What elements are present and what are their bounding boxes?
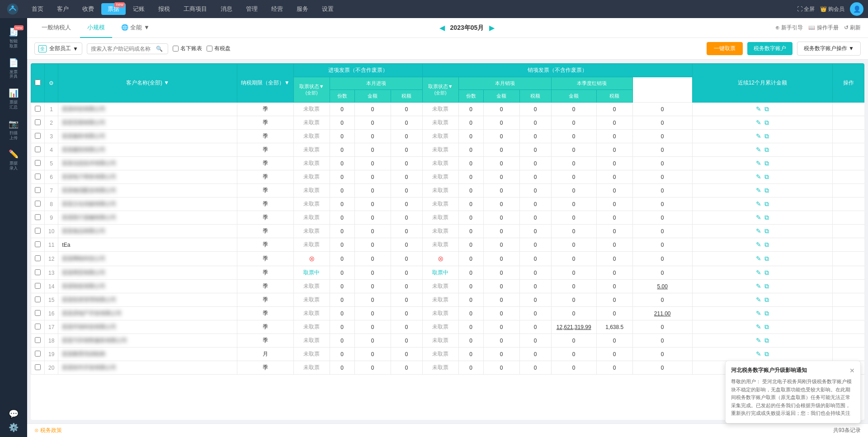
row-checkbox[interactable]: [31, 116, 45, 130]
digital-operate-btn[interactable]: 税务数字账户操作 ▼: [797, 42, 861, 56]
row-checkbox[interactable]: [31, 266, 45, 280]
sidebar-item-smart-ticket[interactable]: 🧾 智能取票 new: [0, 23, 27, 53]
one-click-btn[interactable]: 一键取票: [707, 42, 743, 55]
row-checkbox[interactable]: [31, 320, 45, 334]
edit-icon[interactable]: ✎: [756, 200, 761, 207]
th-tax-period[interactable]: 纳税期限（全部）▼: [237, 64, 293, 103]
nav-fee[interactable]: 收费: [76, 3, 100, 15]
nav-manage[interactable]: 管理: [240, 3, 264, 15]
copy-icon[interactable]: ⧉: [764, 269, 769, 276]
copy-icon[interactable]: ⧉: [764, 187, 769, 194]
copy-icon[interactable]: ⧉: [764, 146, 769, 153]
th-settings[interactable]: ⚙: [45, 64, 58, 103]
sidebar-chat-icon[interactable]: 💬: [9, 409, 19, 419]
nav-settings[interactable]: 设置: [316, 3, 340, 15]
copy-icon[interactable]: ⧉: [764, 350, 769, 357]
row-checkbox[interactable]: [31, 280, 45, 293]
edit-icon[interactable]: ✎: [756, 282, 761, 290]
edit-icon[interactable]: ✎: [756, 337, 761, 344]
edit-icon[interactable]: ✎: [756, 296, 761, 303]
nav-tax[interactable]: 报税: [152, 3, 176, 15]
copy-icon[interactable]: ⧉: [764, 200, 769, 207]
copy-icon[interactable]: ⧉: [764, 160, 769, 167]
copy-icon[interactable]: ⧉: [764, 241, 769, 248]
nav-home[interactable]: 首页: [25, 3, 50, 15]
th-in-status[interactable]: 取票状态▼(全部): [293, 77, 330, 103]
copy-icon[interactable]: ⧉: [764, 173, 769, 180]
copy-icon[interactable]: ⧉: [764, 132, 769, 140]
member-btn[interactable]: 👑 购会员: [820, 5, 844, 13]
edit-icon[interactable]: ✎: [756, 214, 761, 221]
row-checkbox[interactable]: [31, 170, 45, 184]
checkbox-account[interactable]: 名下账表: [173, 45, 202, 52]
row-checkbox[interactable]: [31, 143, 45, 157]
prev-month-btn[interactable]: ◀: [438, 23, 447, 32]
row-checkbox[interactable]: [31, 130, 45, 143]
notification-close-btn[interactable]: ✕: [849, 367, 855, 374]
edit-icon[interactable]: ✎: [756, 160, 761, 167]
nav-operation[interactable]: 经营: [265, 3, 289, 15]
sidebar-item-summary[interactable]: 📊 票据汇总: [0, 84, 27, 114]
copy-icon[interactable]: ⧉: [764, 255, 769, 262]
user-avatar[interactable]: 👤: [850, 2, 863, 16]
row-checkbox[interactable]: [31, 238, 45, 252]
edit-icon[interactable]: ✎: [756, 241, 761, 248]
fullscreen-btn[interactable]: ⛶ 全屏: [797, 5, 815, 13]
th-out-status[interactable]: 取票状态▼(全部): [422, 77, 458, 103]
copy-icon[interactable]: ⧉: [764, 296, 769, 303]
edit-icon[interactable]: ✎: [756, 105, 761, 113]
checkbox-taxdisk[interactable]: 有税盘: [207, 45, 231, 52]
edit-icon[interactable]: ✎: [756, 173, 761, 180]
next-month-btn[interactable]: ▶: [487, 23, 496, 32]
copy-icon[interactable]: ⧉: [764, 214, 769, 221]
copy-icon[interactable]: ⧉: [764, 282, 769, 290]
copy-icon[interactable]: ⧉: [764, 323, 769, 330]
employee-select[interactable]: 全 全部员工 ▼: [34, 42, 82, 55]
copy-icon[interactable]: ⧉: [764, 119, 769, 126]
search-input[interactable]: [91, 46, 154, 52]
row-checkbox[interactable]: [31, 197, 45, 211]
nav-customer[interactable]: 客户: [51, 3, 75, 15]
new-guide-btn[interactable]: ⊕ 新手引导: [775, 24, 803, 32]
sidebar-item-invoice[interactable]: 📄 发票开具: [0, 53, 27, 84]
row-checkbox[interactable]: [31, 361, 45, 375]
select-all-checkbox[interactable]: [35, 80, 41, 85]
row-checkbox[interactable]: [31, 225, 45, 238]
nav-service[interactable]: 服务: [290, 3, 315, 15]
row-checkbox[interactable]: [31, 334, 45, 348]
edit-icon[interactable]: ✎: [756, 187, 761, 194]
tab-all[interactable]: 🌐 全能 ▼: [114, 18, 157, 38]
row-checkbox[interactable]: [31, 252, 45, 266]
manual-btn[interactable]: 📖 操作手册: [808, 24, 838, 32]
edit-icon[interactable]: ✎: [756, 323, 761, 330]
copy-icon[interactable]: ⧉: [764, 227, 769, 235]
row-checkbox[interactable]: [31, 103, 45, 116]
nav-message[interactable]: 消息: [214, 3, 239, 15]
copy-icon[interactable]: ⧉: [764, 105, 769, 113]
search-icon[interactable]: 🔍: [156, 46, 163, 52]
sidebar-config-icon[interactable]: ⚙️: [9, 423, 19, 432]
edit-icon[interactable]: ✎: [756, 269, 761, 276]
edit-icon[interactable]: ✎: [756, 132, 761, 140]
row-checkbox[interactable]: [31, 211, 45, 225]
edit-icon[interactable]: ✎: [756, 227, 761, 235]
refresh-btn[interactable]: ↺ 刷新: [844, 24, 861, 32]
row-checkbox[interactable]: [31, 307, 45, 320]
nav-business[interactable]: 工商项目: [177, 3, 213, 15]
edit-icon[interactable]: ✎: [756, 146, 761, 153]
sidebar-item-entry[interactable]: ✏️ 票据录入: [0, 145, 27, 175]
sidebar-item-scan[interactable]: 📷 扫描上传: [0, 114, 27, 145]
tab-small[interactable]: 小规模: [80, 18, 112, 38]
row-checkbox[interactable]: [31, 348, 45, 361]
tax-policy-link[interactable]: ⊙ 税务政策: [34, 427, 62, 434]
edit-icon[interactable]: ✎: [756, 255, 761, 262]
edit-icon[interactable]: ✎: [756, 350, 761, 357]
copy-icon[interactable]: ⧉: [764, 337, 769, 344]
row-checkbox[interactable]: [31, 157, 45, 170]
copy-icon[interactable]: ⧉: [764, 310, 769, 317]
nav-ticket[interactable]: 票据 new: [101, 3, 126, 15]
edit-icon[interactable]: ✎: [756, 119, 761, 126]
edit-icon[interactable]: ✎: [756, 310, 761, 317]
digital-account-btn[interactable]: 税务数字账户: [747, 42, 793, 55]
row-checkbox[interactable]: [31, 293, 45, 307]
